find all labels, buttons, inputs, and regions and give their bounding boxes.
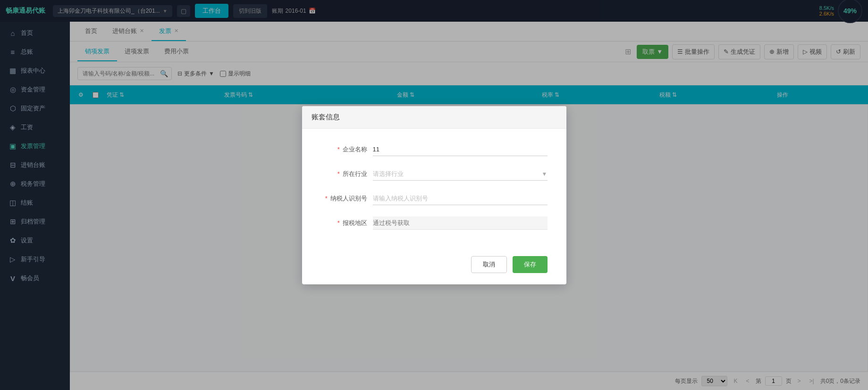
taxid-field — [373, 192, 548, 205]
company-name-label: * 企业名称 — [321, 145, 373, 154]
taxregion-field — [373, 216, 548, 230]
dialog-title: 账套信息 — [312, 113, 340, 121]
industry-select[interactable]: 请选择行业 — [373, 167, 548, 181]
taxregion-input — [373, 216, 548, 230]
cancel-button[interactable]: 取消 — [471, 256, 507, 273]
form-row-taxregion: * 报税地区 — [321, 216, 548, 230]
taxid-input[interactable] — [373, 192, 548, 205]
required-star: * — [337, 146, 340, 153]
required-star: * — [337, 219, 340, 226]
dialog-header: 账套信息 — [302, 106, 566, 129]
required-star: * — [337, 170, 340, 177]
form-row-industry: * 所在行业 请选择行业 ▼ — [321, 167, 548, 181]
industry-label: * 所在行业 — [321, 170, 373, 178]
industry-select-wrap: 请选择行业 ▼ — [373, 167, 548, 181]
taxregion-label: * 报税地区 — [321, 219, 373, 227]
modal-overlay[interactable]: 账套信息 * 企业名称 * 所在行业 — [0, 0, 868, 390]
dialog-body: * 企业名称 * 所在行业 请选择行业 — [302, 129, 566, 250]
industry-field: 请选择行业 ▼ — [373, 167, 548, 181]
form-row-taxid: * 纳税人识别号 — [321, 192, 548, 205]
taxid-label: * 纳税人识别号 — [321, 194, 373, 203]
form-row-company: * 企业名称 — [321, 143, 548, 156]
dialog-footer: 取消 保存 — [302, 250, 566, 284]
company-name-input[interactable] — [373, 143, 548, 156]
account-info-dialog: 账套信息 * 企业名称 * 所在行业 — [302, 106, 566, 284]
save-button[interactable]: 保存 — [513, 256, 548, 273]
company-name-field — [373, 143, 548, 156]
required-star: * — [325, 195, 328, 202]
